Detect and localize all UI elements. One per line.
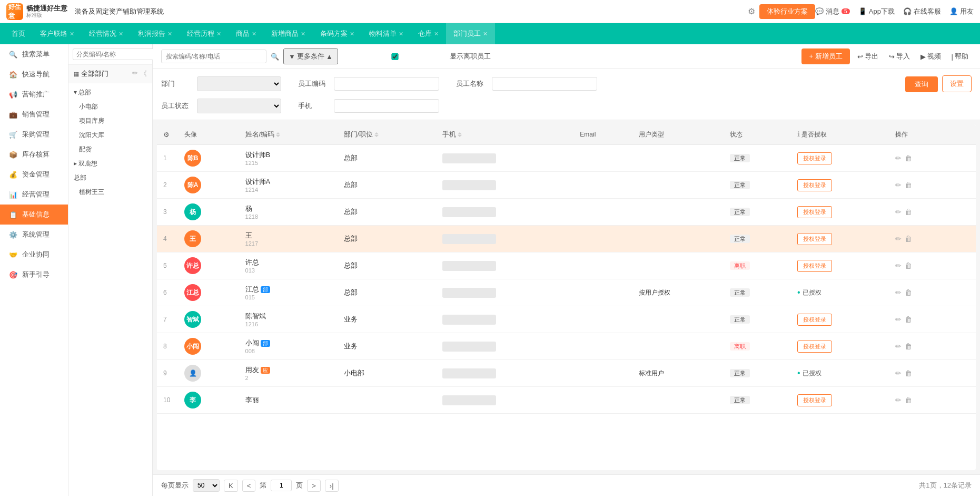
video-button[interactable]: ▶ 视频 <box>917 50 944 63</box>
edit-icon[interactable]: ✏ <box>895 369 902 377</box>
dept-tree-item[interactable]: 沈阳大库 <box>68 128 152 142</box>
trial-button[interactable]: 体验行业方案 <box>759 4 815 19</box>
sidebar-item-库存核算[interactable]: 📦库存核算 <box>0 144 68 164</box>
page-number-input[interactable] <box>271 480 292 491</box>
authorize-button[interactable]: 授权登录 <box>797 260 832 272</box>
col-dept-sort[interactable]: 部门/职位 <box>344 130 430 139</box>
filter-code-input[interactable] <box>334 77 439 91</box>
sidebar-item-采购管理[interactable]: 🛒采购管理 <box>0 124 68 144</box>
dept-tree-item[interactable]: ▾ 总部 <box>68 85 152 100</box>
set-button[interactable]: 设置 <box>942 75 972 92</box>
authorize-button[interactable]: 授权登录 <box>797 179 832 191</box>
sidebar-item-营销推广[interactable]: 📢营销推广 <box>0 84 68 104</box>
col-name-sort[interactable]: 姓名/编码 <box>245 130 331 139</box>
dept-tree-item[interactable]: 小电部 <box>68 100 152 114</box>
settings-col-icon[interactable]: ⚙ <box>163 131 170 139</box>
settings-icon[interactable]: ⚙ <box>748 6 755 16</box>
edit-icon[interactable]: ✏ <box>895 342 902 351</box>
nav-tab-利润报告[interactable]: 利润报告 ✕ <box>131 23 180 44</box>
dept-tree-item[interactable]: 总部 <box>68 171 152 185</box>
authorize-button[interactable]: 授权登录 <box>797 206 832 218</box>
dept-tree-item[interactable]: ▸ 双鹿想 <box>68 157 152 171</box>
tab-close-icon[interactable]: ✕ <box>118 31 123 37</box>
nav-tab-部门员工[interactable]: 部门员工 ✕ <box>446 23 495 44</box>
prev-page-button[interactable]: < <box>242 480 256 492</box>
nav-tab-客户联络[interactable]: 客户联络 ✕ <box>33 23 82 44</box>
edit-icon[interactable]: ✏ <box>895 288 902 297</box>
dept-search-input[interactable] <box>73 48 159 60</box>
nav-tab-经营历程[interactable]: 经营历程 ✕ <box>180 23 229 44</box>
query-button[interactable]: 查询 <box>905 76 938 92</box>
sidebar-item-经营管理[interactable]: 📊经营管理 <box>0 184 68 205</box>
col-name[interactable]: 姓名/编码 <box>239 124 338 145</box>
edit-icon[interactable]: ✏ <box>895 261 902 270</box>
next-page-button[interactable]: > <box>307 480 321 492</box>
tab-close-icon[interactable]: ✕ <box>399 31 403 37</box>
col-phone-sort[interactable]: 手机 <box>442 130 568 139</box>
dept-tree-item[interactable]: 植树王三 <box>68 185 152 199</box>
show-resigned-checkbox[interactable] <box>342 53 448 60</box>
filter-dept-select[interactable] <box>197 76 281 91</box>
tab-close-icon[interactable]: ✕ <box>167 31 172 37</box>
page-size-select[interactable]: 102050100 <box>193 479 220 492</box>
edit-icon[interactable]: ✏ <box>895 181 902 189</box>
import-button[interactable]: ↪ 导入 <box>886 50 913 63</box>
edit-icon[interactable]: ✏ <box>895 154 902 162</box>
delete-icon[interactable]: 🗑 <box>905 181 912 189</box>
delete-icon[interactable]: 🗑 <box>905 315 912 324</box>
delete-icon[interactable]: 🗑 <box>905 261 912 270</box>
dept-edit-icon[interactable]: ✏ <box>132 69 138 79</box>
dept-collapse-icon[interactable]: 《 <box>140 69 147 79</box>
add-employee-button[interactable]: + 新增员工 <box>801 48 849 64</box>
online-service-action[interactable]: 🎧 在线客服 <box>903 7 941 16</box>
delete-icon[interactable]: 🗑 <box>905 369 912 377</box>
delete-icon[interactable]: 🗑 <box>905 288 912 297</box>
delete-icon[interactable]: 🗑 <box>905 208 912 216</box>
last-page-button[interactable]: ›| <box>325 480 339 492</box>
nav-tab-物料清单[interactable]: 物料清单 ✕ <box>362 23 411 44</box>
delete-icon[interactable]: 🗑 <box>905 342 912 351</box>
tab-close-icon[interactable]: ✕ <box>301 31 305 37</box>
help-button[interactable]: | 帮助 <box>948 50 972 63</box>
filter-name-input[interactable] <box>492 77 597 91</box>
sidebar-item-企业协同[interactable]: 🤝企业协同 <box>0 245 68 265</box>
sidebar-item-资金管理[interactable]: 💰资金管理 <box>0 164 68 184</box>
dept-tree-item[interactable]: 项目库房 <box>68 114 152 128</box>
app-download-action[interactable]: 📱 App下载 <box>858 7 895 16</box>
nav-tab-经营情况[interactable]: 经营情况 ✕ <box>82 23 131 44</box>
sidebar-item-新手引导[interactable]: 🎯新手引导 <box>0 265 68 285</box>
sidebar-item-销售管理[interactable]: 💼销售管理 <box>0 104 68 124</box>
delete-icon[interactable]: 🗑 <box>905 154 912 162</box>
nav-tab-新增商品[interactable]: 新增商品 ✕ <box>264 23 313 44</box>
tab-close-icon[interactable]: ✕ <box>483 31 488 37</box>
edit-icon[interactable]: ✏ <box>895 208 902 216</box>
filter-phone-input[interactable] <box>334 99 439 113</box>
edit-icon[interactable]: ✏ <box>895 396 902 404</box>
col-phone[interactable]: 手机 <box>436 124 574 145</box>
col-dept[interactable]: 部门/职位 <box>338 124 436 145</box>
sidebar-item-搜索菜单[interactable]: 🔍搜索菜单 <box>0 44 68 64</box>
nav-tab-首页[interactable]: 首页 <box>4 23 33 44</box>
tab-close-icon[interactable]: ✕ <box>216 31 221 37</box>
more-conditions-button[interactable]: ▼ 更多条件 ▲ <box>283 48 338 64</box>
delete-icon[interactable]: 🗑 <box>905 235 912 243</box>
tab-close-icon[interactable]: ✕ <box>252 31 256 37</box>
edit-icon[interactable]: ✏ <box>895 235 902 243</box>
col-settings[interactable]: ⚙ <box>157 124 178 145</box>
nav-tab-条码方案[interactable]: 条码方案 ✕ <box>313 23 362 44</box>
authorize-button[interactable]: 授权登录 <box>797 341 832 353</box>
show-resigned-label[interactable]: 显示离职员工 <box>342 52 491 61</box>
authorize-button[interactable]: 授权登录 <box>797 233 832 245</box>
nav-tab-仓库[interactable]: 仓库 ✕ <box>411 23 446 44</box>
sidebar-item-基础信息[interactable]: 📋基础信息 <box>0 205 68 225</box>
sidebar-item-快速导航[interactable]: 🏠快速导航 <box>0 64 68 84</box>
sidebar-item-系统管理[interactable]: ⚙️系统管理 <box>0 225 68 245</box>
export-button[interactable]: ↩ 导出 <box>854 50 882 63</box>
tab-close-icon[interactable]: ✕ <box>434 31 439 37</box>
tab-close-icon[interactable]: ✕ <box>70 31 74 37</box>
authorize-button[interactable]: 授权登录 <box>797 314 832 326</box>
nav-tab-商品[interactable]: 商品 ✕ <box>229 23 264 44</box>
authorize-button[interactable]: 授权登录 <box>797 394 832 406</box>
user-action[interactable]: 👤 用友 <box>949 7 974 16</box>
authorize-button[interactable]: 授权登录 <box>797 152 832 164</box>
